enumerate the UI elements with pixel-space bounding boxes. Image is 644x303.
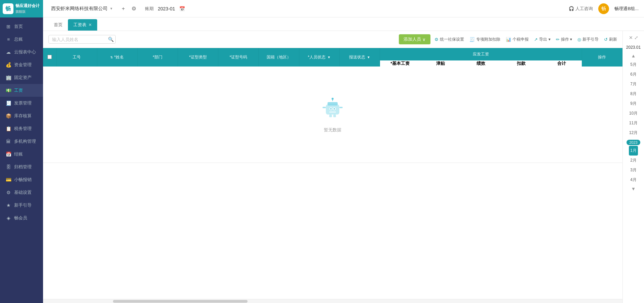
sidebar-label-tax: 税务管理 — [14, 126, 32, 132]
month-9[interactable]: 9月 — [628, 99, 639, 109]
svg-point-4 — [330, 108, 332, 110]
period-label: 账期 — [145, 6, 154, 12]
month-4[interactable]: 4月 — [628, 175, 639, 185]
month-7[interactable]: 7月 — [628, 79, 639, 89]
sidebar-item-cloud-report[interactable]: ☁云报表中心 — [0, 46, 43, 58]
app-logo: 畅 畅应通好会计 旗舰版 — [0, 0, 43, 17]
add-person-label: 添加人员 — [404, 36, 421, 42]
panel-down-arrow[interactable]: ▼ — [630, 185, 637, 193]
user-name[interactable]: 畅理通B组... — [614, 6, 639, 12]
fund-nav-icon: 💰 — [5, 62, 11, 68]
sidebar-nav: ⊞首页≡总账☁云报表中心💰资金管理🏢固定资产💵工资🧾发票管理📦库存核算📋税务管理… — [0, 17, 43, 303]
toolbar-action-personal-tax[interactable]: 📊个税申报 — [506, 37, 529, 42]
month-2[interactable]: 2月 — [628, 156, 639, 165]
human-service-button[interactable]: 🎧 人工咨询 — [569, 6, 593, 12]
select-all-checkbox[interactable] — [47, 55, 52, 59]
panel-close-icon[interactable]: ✕ — [629, 35, 633, 40]
month-12[interactable]: 12月 — [628, 128, 639, 138]
add-person-button[interactable]: 添加人员 ∨ — [399, 34, 430, 44]
calendar-icon[interactable]: 📅 — [179, 6, 185, 11]
sidebar-item-tax[interactable]: 📋税务管理 — [0, 122, 43, 135]
ledger-nav-icon: ≡ — [5, 37, 11, 42]
empty-state-icon — [319, 96, 346, 123]
sidebar-item-inventory[interactable]: 📦库存核算 — [0, 110, 43, 122]
svg-rect-7 — [323, 107, 326, 108]
logo-icon: 畅 — [3, 3, 13, 14]
col-reportstatus: 报送状态 ▼ — [339, 48, 380, 67]
company-selector[interactable]: 西安虾米网络科技有限公司 ▼ — [48, 4, 116, 13]
expense-nav-icon: 💳 — [5, 177, 11, 182]
col-name: ⇅ *姓名 — [97, 48, 137, 67]
sidebar-label-invoice: 发票管理 — [14, 100, 32, 106]
operations-label: 操作 ▾ — [561, 37, 572, 42]
search-input[interactable] — [52, 37, 106, 42]
human-service-label: 人工咨询 — [575, 6, 593, 12]
empty-text: 暂无数据 — [324, 127, 341, 133]
salary-table: 工号 ⇅ *姓名 *部门 *证型类型 *证型号码 国籍（地区） *人员状态 ▼ — [43, 48, 622, 163]
col-name-sort-icon: ⇅ — [110, 56, 113, 59]
tab-home[interactable]: 首页 — [48, 19, 68, 31]
col-dept: *部门 — [137, 48, 178, 67]
svg-point-5 — [334, 108, 335, 110]
month-3[interactable]: 3月 — [628, 165, 639, 175]
tab-salary-close-icon[interactable]: ✕ — [88, 23, 92, 27]
sidebar-item-settings[interactable]: ⚙基础设置 — [0, 186, 43, 199]
tab-salary[interactable]: 工资表 ✕ — [68, 19, 97, 31]
search-icon[interactable]: 🔍 — [108, 37, 114, 42]
toolbar-action-social-security[interactable]: ⚙统一社保设置 — [434, 37, 464, 42]
col-operations: 操作 — [582, 48, 622, 67]
month-6[interactable]: 6月 — [628, 70, 639, 79]
empty-state-cell: 暂无数据 — [43, 67, 622, 163]
toolbar-actions: ⚙统一社保设置🧾专项附加扣除📊个税申报↗导出 ▾✏操作 ▾◎新手引导↺刷新 — [434, 37, 617, 42]
sidebar-label-fixed-assets: 固定资产 — [14, 75, 32, 81]
toolbar-action-export[interactable]: ↗导出 ▾ — [534, 37, 550, 42]
sidebar-item-salary[interactable]: 💵工资 — [0, 84, 43, 97]
svg-rect-9 — [329, 115, 332, 117]
toolbar-action-operations[interactable]: ✏操作 ▾ — [556, 37, 572, 42]
sidebar-item-fixed-assets[interactable]: 🏢固定资产 — [0, 71, 43, 84]
sidebar-item-ledger[interactable]: ≡总账 — [0, 33, 43, 46]
col-empstatus: *人员状态 ▼ — [299, 48, 339, 67]
sidebar-item-fund[interactable]: 💰资金管理 — [0, 58, 43, 71]
personal-tax-label: 个税申报 — [513, 37, 529, 42]
main-area: 西安虾米网络科技有限公司 ▼ + ⚙ 账期 2023-01 📅 🎧 人工咨询 畅… — [43, 0, 644, 303]
sidebar-item-expense[interactable]: 💳小畅报销 — [0, 173, 43, 186]
svg-rect-6 — [329, 112, 336, 113]
special-deduct-label: 专项附加扣除 — [476, 37, 500, 42]
add-company-button[interactable]: + — [120, 4, 127, 13]
sidebar-item-multi-org[interactable]: 🏛多机构管理 — [0, 135, 43, 148]
col-salary-group: 应发工资 — [380, 48, 582, 60]
month-8[interactable]: 8月 — [628, 89, 639, 99]
sidebar-item-close[interactable]: 📅结账 — [0, 148, 43, 161]
reportstatus-filter-icon[interactable]: ▼ — [367, 55, 370, 59]
sidebar-item-home[interactable]: ⊞首页 — [0, 20, 43, 33]
sidebar-item-archive[interactable]: 🗄归档管理 — [0, 161, 43, 173]
toolbar-action-refresh[interactable]: ↺刷新 — [604, 37, 617, 42]
sidebar-item-guide[interactable]: ★新手引导 — [0, 199, 43, 212]
month-1[interactable]: 1月 — [629, 146, 638, 156]
toolbar: 🔍 添加人员 ∨ ⚙统一社保设置🧾专项附加扣除📊个税申报↗导出 ▾✏操作 ▾◎新… — [43, 31, 622, 48]
new-guide-label: 新手引导 — [582, 37, 599, 42]
month-10[interactable]: 10月 — [628, 109, 639, 118]
sidebar-label-close: 结账 — [14, 151, 23, 157]
month-11[interactable]: 11月 — [628, 118, 639, 128]
sidebar-item-invoice[interactable]: 🧾发票管理 — [0, 97, 43, 110]
table-scrollbar[interactable] — [43, 299, 622, 303]
sidebar-item-member[interactable]: ◈畅会员 — [0, 212, 43, 224]
user-avatar[interactable]: 畅 — [598, 3, 609, 14]
panel-expand-icon[interactable]: ⤢ — [634, 35, 638, 40]
refresh-icon: ↺ — [604, 37, 608, 42]
fixed-assets-nav-icon: 🏢 — [5, 75, 11, 80]
toolbar-action-new-guide[interactable]: ◎新手引导 — [577, 37, 599, 42]
month-5[interactable]: 5月 — [628, 60, 639, 70]
table-body: 暂无数据 — [43, 67, 622, 163]
toolbar-action-special-deduct[interactable]: 🧾专项附加扣除 — [469, 37, 500, 42]
panel-up-arrow[interactable]: ▲ — [630, 52, 637, 60]
multi-org-nav-icon: 🏛 — [5, 139, 11, 144]
svg-point-12 — [332, 98, 334, 100]
empstatus-filter-icon[interactable]: ▼ — [327, 55, 331, 59]
scroll-thumb[interactable] — [113, 300, 248, 303]
settings-button[interactable]: ⚙ — [129, 4, 138, 13]
company-name: 西安虾米网络科技有限公司 — [51, 6, 108, 12]
sidebar-label-fund: 资金管理 — [14, 62, 32, 68]
